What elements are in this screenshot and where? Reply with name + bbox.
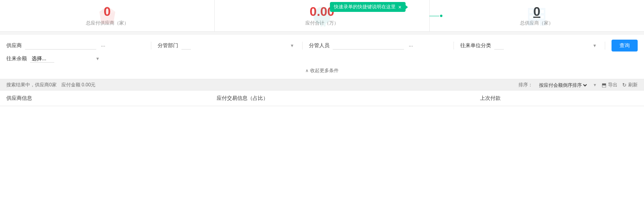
collapse-button[interactable]: ∧ 收起更多条件 xyxy=(299,66,345,76)
tooltip-dot xyxy=(439,14,443,18)
divider-1 xyxy=(151,42,151,50)
refresh-button[interactable]: ↻ 刷新 xyxy=(622,82,638,88)
balance-arrow-icon: ▼ xyxy=(95,56,100,61)
stat-total-suppliers: 0 总供应商（家） xyxy=(430,0,644,31)
query-button[interactable]: 查询 xyxy=(612,40,638,51)
filter-section: 供应商 ··· 分管部门 ▼ 分管人员 ··· 往来单位分类 xyxy=(0,35,644,79)
balance-label: 往来余额 xyxy=(6,55,27,62)
filter-balance: 往来余额 选择... ▼ xyxy=(6,55,133,63)
sort-label: 排序： xyxy=(518,82,533,88)
refresh-label: 刷新 xyxy=(628,82,638,88)
stat-payable-suppliers: 0 总应付供应商（家） xyxy=(0,0,215,31)
collapse-label: 收起更多条件 xyxy=(310,67,339,74)
amount-text: 应付金额 0.00元 xyxy=(61,82,96,88)
table-body xyxy=(0,106,644,204)
svg-point-5 xyxy=(325,11,329,15)
svg-rect-11 xyxy=(541,10,544,13)
col-supplier-header: 供应商信息 xyxy=(6,95,217,102)
divider-3 xyxy=(453,42,454,50)
divider-4 xyxy=(605,42,605,50)
filter-unit-class: 往来单位分类 ▼ xyxy=(460,42,598,50)
filter-row-2: 往来余额 选择... ▼ xyxy=(6,55,638,63)
svg-rect-7 xyxy=(324,23,326,27)
col-payment-header: 上次付款 xyxy=(480,95,638,102)
person-label: 分管人员 xyxy=(309,42,330,49)
supplier-input[interactable] xyxy=(25,42,96,50)
unit-class-select[interactable] xyxy=(494,42,504,50)
person-input[interactable] xyxy=(333,42,404,50)
chevron-up-icon: ∧ xyxy=(305,68,309,73)
svg-rect-10 xyxy=(535,10,538,13)
unit-class-select-wrapper: ▼ xyxy=(494,42,598,50)
svg-rect-14 xyxy=(541,15,544,19)
supplier-more-btn[interactable]: ··· xyxy=(99,43,107,49)
department-label: 分管部门 xyxy=(158,42,178,49)
svg-rect-13 xyxy=(535,15,538,19)
export-icon: ⬒ xyxy=(602,82,606,88)
gem-icon xyxy=(95,4,119,28)
stats-bar: 0 总应付供应商（家） 0.00 应付合计（万） 快速录单的快捷键说明在这里 × xyxy=(0,0,644,32)
export-button[interactable]: ⬒ 导出 xyxy=(602,82,617,88)
table-header: 供应商信息 应付交易信息（占比） 上次付款 xyxy=(0,91,644,106)
tooltip-text: 快速录单的快捷键说明在这里 xyxy=(334,4,396,10)
result-bar: 搜索结果中，供应商0家 应付金额 0.00元 排序： 按应付会额倒序排序 ▼ ⬒… xyxy=(0,79,644,91)
sort-arrow-icon: ▼ xyxy=(593,83,597,87)
svg-rect-12 xyxy=(530,15,533,19)
svg-rect-9 xyxy=(530,10,533,13)
filter-person: 分管人员 ··· xyxy=(309,42,447,50)
department-select-wrapper: ▼ xyxy=(181,42,296,50)
supplier-count-text: 搜索结果中，供应商0家 xyxy=(6,82,57,88)
sort-select[interactable]: 按应付会额倒序排序 xyxy=(537,82,588,88)
unit-class-arrow-icon: ▼ xyxy=(593,43,597,48)
refresh-icon: ↻ xyxy=(622,82,627,88)
balance-select[interactable]: 选择... xyxy=(30,55,54,63)
filter-row-1: 供应商 ··· 分管部门 ▼ 分管人员 ··· 往来单位分类 xyxy=(6,40,638,51)
export-label: 导出 xyxy=(608,82,617,88)
result-left: 搜索结果中，供应商0家 应付金额 0.00元 xyxy=(6,82,95,88)
filter-supplier: 供应商 ··· xyxy=(6,42,145,50)
department-select[interactable] xyxy=(181,42,191,50)
tooltip-close-button[interactable]: × xyxy=(398,4,401,10)
unit-class-label: 往来单位分类 xyxy=(460,42,491,49)
svg-rect-15 xyxy=(533,21,540,26)
department-arrow-icon: ▼ xyxy=(290,43,294,48)
divider-2 xyxy=(302,42,303,50)
svg-rect-6 xyxy=(320,23,322,27)
tooltip-bubble: 快速录单的快捷键说明在这里 × xyxy=(330,2,405,12)
filter-department: 分管部门 ▼ xyxy=(158,42,296,50)
result-right: 排序： 按应付会额倒序排序 ▼ ⬒ 导出 ↻ 刷新 xyxy=(518,82,638,88)
balance-select-wrapper: 选择... ▼ xyxy=(30,55,101,63)
person-more-btn[interactable]: ··· xyxy=(407,43,415,49)
col-transaction-header: 应付交易信息（占比） xyxy=(217,95,480,102)
supplier-label: 供应商 xyxy=(6,42,22,49)
building-icon xyxy=(524,2,549,27)
stat-payable-total: 0.00 应付合计（万） 快速录单的快捷键说明在这里 × xyxy=(215,0,429,31)
